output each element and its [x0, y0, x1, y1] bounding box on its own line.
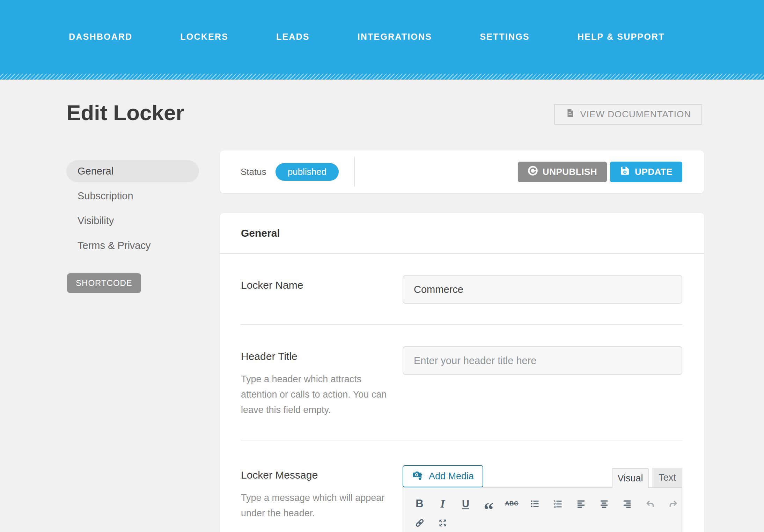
locker-name-label: Locker Name [241, 275, 403, 291]
add-media-label: Add Media [429, 471, 474, 482]
strikethrough-icon[interactable]: ABC [503, 495, 520, 512]
unpublish-icon [528, 165, 538, 178]
page: Edit Locker VIEW DOCUMENTATION General S… [0, 100, 764, 532]
shortcode-button[interactable]: SHORTCODE [67, 273, 141, 293]
view-documentation-label: VIEW DOCUMENTATION [580, 109, 691, 120]
settings-sidebar: General Subscription Visibility Terms & … [66, 150, 199, 532]
nav-item-help-support[interactable]: HELP & SUPPORT [578, 32, 665, 42]
nav-item-leads[interactable]: LEADS [276, 32, 310, 42]
view-documentation-button[interactable]: VIEW DOCUMENTATION [554, 104, 702, 125]
field-row-locker-message: Locker Message Type a message which will… [220, 441, 704, 532]
bulleted-list-icon[interactable] [526, 495, 543, 512]
status-badge: published [276, 163, 339, 181]
unpublish-button[interactable]: UNPUBLISH [518, 162, 607, 182]
align-center-icon[interactable] [595, 495, 612, 512]
undo-icon[interactable] [641, 495, 659, 512]
page-header: Edit Locker VIEW DOCUMENTATION [66, 100, 702, 127]
add-media-button[interactable]: Add Media [403, 465, 483, 487]
nav-item-settings[interactable]: SETTINGS [480, 32, 530, 42]
document-icon [565, 108, 575, 120]
locker-message-description: Type a message which will appear under t… [241, 490, 399, 521]
section-header: General [220, 213, 704, 254]
editor-tab-text[interactable]: Text [652, 468, 682, 487]
nav-hatched-edge [0, 74, 764, 80]
sidebar-item-subscription[interactable]: Subscription [66, 185, 199, 207]
editor-toolbar: B I U “ ABC [403, 487, 682, 532]
blockquote-icon[interactable]: “ [480, 495, 497, 512]
sidebar-item-general[interactable]: General [66, 160, 199, 182]
sidebar-item-visibility[interactable]: Visibility [66, 210, 199, 232]
editor-tab-visual[interactable]: Visual [612, 468, 649, 488]
numbered-list-icon[interactable]: 1 2 3 [549, 495, 566, 512]
link-icon[interactable] [411, 515, 428, 531]
status-bar: Status published UNPUBLISH [220, 150, 704, 193]
nav-item-dashboard[interactable]: DASHBOARD [69, 32, 132, 42]
unpublish-label: UNPUBLISH [543, 167, 597, 177]
underline-icon[interactable]: U [457, 495, 474, 512]
add-media-icon [412, 469, 424, 483]
svg-text:3: 3 [554, 505, 556, 509]
sidebar-item-terms-privacy[interactable]: Terms & Privacy [66, 235, 199, 257]
top-nav: DASHBOARD LOCKERS LEADS INTEGRATIONS SET… [0, 0, 764, 74]
bold-icon[interactable]: B [411, 495, 428, 512]
main-column: Status published UNPUBLISH [220, 150, 704, 532]
save-icon [620, 165, 630, 178]
update-label: UPDATE [635, 167, 673, 177]
status-divider [354, 157, 355, 187]
field-row-header-title: Header Title Type a header which attract… [220, 325, 704, 441]
align-right-icon[interactable] [618, 495, 636, 512]
field-row-locker-name: Locker Name [220, 254, 704, 324]
section-title: General [241, 227, 280, 239]
locker-message-label: Locker Message [241, 465, 403, 481]
nav-item-integrations[interactable]: INTEGRATIONS [358, 32, 432, 42]
redo-icon[interactable] [664, 495, 682, 512]
align-left-icon[interactable] [572, 495, 589, 512]
header-title-description: Type a header which attracts attention o… [241, 371, 399, 418]
status-label: Status [241, 167, 266, 177]
header-title-input[interactable] [403, 346, 682, 375]
fullscreen-icon[interactable] [434, 515, 451, 531]
locker-name-input[interactable] [403, 275, 682, 304]
italic-icon[interactable]: I [434, 495, 451, 512]
nav-item-lockers[interactable]: LOCKERS [180, 32, 228, 42]
header-title-label: Header Title [241, 346, 403, 362]
general-section: General Locker Name Header Title [220, 213, 704, 532]
update-button[interactable]: UPDATE [610, 162, 682, 182]
